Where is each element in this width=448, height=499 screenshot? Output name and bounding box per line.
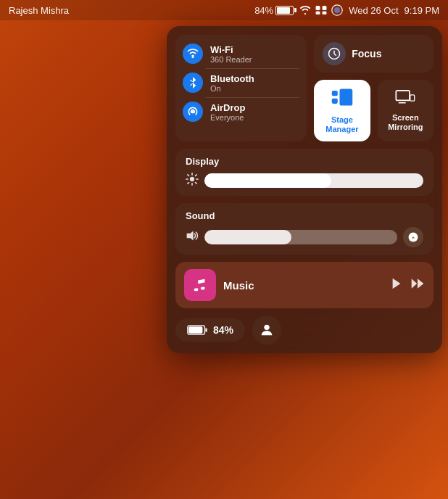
bluetooth-text: Bluetooth On [210, 73, 254, 93]
stage-mirror-row: Stage Manager Screen Mirroring [314, 80, 434, 141]
svg-rect-27 [188, 327, 202, 334]
svg-line-20 [188, 183, 189, 184]
airdrop-sub: Everyone [210, 113, 245, 122]
svg-rect-8 [332, 91, 338, 96]
svg-marker-23 [393, 279, 401, 289]
volume-fill [204, 230, 291, 244]
focus-label: Focus [352, 48, 381, 59]
brightness-slider[interactable] [204, 173, 423, 188]
battery-widget-text: 84% [213, 324, 233, 336]
stage-manager-icon [331, 87, 354, 112]
svg-rect-1 [323, 6, 327, 10]
bottom-row: 84% [175, 316, 434, 345]
menubar-left: Rajesh Mishra [9, 5, 69, 16]
wifi-label: Wi-Fi [210, 44, 252, 55]
svg-line-21 [196, 175, 197, 176]
bluetooth-icon-bg [183, 73, 203, 93]
control-center-menubar-icon[interactable] [315, 6, 327, 15]
brightness-fill [204, 173, 331, 188]
user-icon [259, 322, 275, 338]
brightness-icon [186, 173, 199, 189]
svg-rect-0 [316, 6, 320, 10]
menubar-right: 84% Wed 26 Oct 9:19 PM [254, 4, 439, 16]
music-controls [390, 277, 425, 294]
wifi-icon [187, 48, 199, 59]
menubar-time: 9:19 PM [405, 5, 439, 16]
music-app-label: Music [223, 279, 383, 292]
sound-section: Sound [175, 203, 434, 255]
airdrop-text: AirDrop Everyone [210, 102, 245, 122]
svg-line-18 [188, 175, 189, 176]
airdrop-toggle[interactable]: AirDrop Everyone [175, 97, 307, 126]
sound-title: Sound [186, 210, 423, 221]
battery-widget-icon [187, 325, 207, 335]
svg-rect-12 [410, 94, 415, 100]
bluetooth-icon [187, 77, 199, 88]
fast-forward-button[interactable] [410, 277, 425, 294]
svg-marker-24 [412, 279, 418, 288]
svg-point-5 [334, 7, 340, 13]
play-button[interactable] [390, 277, 403, 294]
wifi-text: Wi-Fi 360 Reader [210, 44, 252, 64]
svg-marker-22 [187, 231, 194, 241]
svg-rect-28 [205, 329, 207, 332]
wifi-toggle[interactable]: Wi-Fi 360 Reader [175, 39, 307, 68]
svg-rect-2 [316, 12, 320, 15]
username: Rajesh Mishra [9, 5, 69, 16]
bluetooth-label: Bluetooth [210, 73, 254, 84]
wifi-menubar-icon[interactable] [299, 6, 311, 15]
stage-manager-label: Stage Manager [325, 115, 358, 134]
stage-manager-button[interactable]: Stage Manager [314, 80, 370, 141]
focus-btn[interactable]: Focus [314, 35, 434, 73]
menubar-date: Wed 26 Oct [349, 5, 398, 16]
battery-indicator: 84% [254, 5, 294, 16]
svg-rect-11 [399, 102, 406, 103]
svg-rect-3 [323, 12, 327, 15]
music-section[interactable]: Music [175, 262, 434, 308]
volume-row [186, 227, 423, 247]
right-group: Focus Stage Manager [314, 35, 434, 141]
music-app-icon [184, 269, 216, 301]
first-row: Wi-Fi 360 Reader Bluetooth On [175, 35, 434, 141]
screen-mirroring-label: Screen Mirroring [388, 113, 423, 132]
svg-line-19 [196, 183, 197, 184]
svg-point-13 [190, 177, 194, 181]
menubar-icons [299, 4, 343, 16]
svg-rect-7 [339, 88, 352, 105]
focus-icon [323, 42, 346, 65]
battery-percentage: 84% [254, 5, 273, 16]
svg-marker-25 [418, 279, 423, 288]
battery-widget[interactable]: 84% [175, 318, 245, 342]
svg-point-29 [264, 325, 269, 330]
wifi-icon-bg [183, 44, 203, 64]
bluetooth-sub: On [210, 84, 254, 93]
battery-fill [277, 7, 290, 14]
screen-mirroring-icon [395, 90, 415, 110]
battery-icon [275, 6, 294, 15]
control-center-panel: Wi-Fi 360 Reader Bluetooth On [167, 26, 442, 353]
wifi-sub: 360 Reader [210, 55, 252, 64]
svg-rect-9 [332, 99, 338, 104]
brightness-row [186, 173, 423, 189]
airplay-audio-button[interactable] [403, 227, 423, 247]
volume-slider[interactable] [204, 230, 397, 244]
display-section: Display [175, 149, 434, 196]
airdrop-label: AirDrop [210, 102, 245, 113]
svg-rect-10 [397, 90, 410, 100]
music-note-icon [192, 277, 208, 293]
airdrop-icon-bg [183, 102, 203, 122]
bluetooth-toggle[interactable]: Bluetooth On [175, 68, 307, 97]
volume-icon [186, 230, 199, 244]
airdrop-icon [187, 106, 199, 117]
user-icon-button[interactable] [252, 316, 281, 345]
display-title: Display [186, 156, 423, 167]
screen-mirroring-button[interactable]: Screen Mirroring [378, 80, 434, 141]
siri-menubar-icon[interactable] [331, 4, 343, 16]
network-group: Wi-Fi 360 Reader Bluetooth On [175, 35, 307, 141]
focus-group[interactable]: Focus [314, 35, 434, 73]
menubar: Rajesh Mishra 84% [0, 0, 448, 20]
